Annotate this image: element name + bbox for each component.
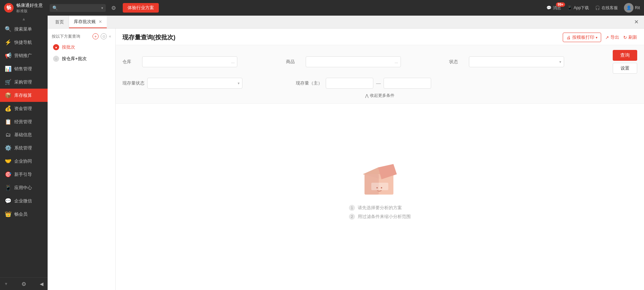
online-service-action[interactable]: 🎧 在线客服 bbox=[595, 5, 618, 11]
sidebar-toggle-icon[interactable]: ◀ bbox=[40, 281, 44, 287]
status-select-wrap: 全部 ▾ bbox=[469, 56, 564, 67]
user-profile[interactable]: 👤 Rit bbox=[624, 3, 640, 13]
sidebar-item-quick-nav[interactable]: ⚡ 快捷导航 bbox=[0, 36, 48, 49]
filter-row-1: 仓库 ... 商品 ... bbox=[122, 50, 637, 74]
header-gear-icon[interactable]: ⚙ bbox=[111, 5, 116, 11]
header-right: 💬 消息 99+ 📱 App下载 🎧 在线客服 👤 Rit bbox=[546, 3, 640, 13]
hint-item: 2 用过滤条件来缩小分析范围 bbox=[349, 214, 411, 220]
add-plan-btn[interactable]: ＋ bbox=[92, 33, 99, 39]
stock-status-filter: 现存量状态 全部 ▾ bbox=[122, 78, 290, 89]
header-left: 畅 畅康通好生意 标准版 🔍 ▾ ⚙ 体验行业方案 bbox=[4, 2, 546, 14]
sidebar-item-marketing[interactable]: 📢 营销推广 bbox=[0, 49, 48, 62]
user-avatar: 👤 bbox=[624, 3, 633, 13]
product-input[interactable] bbox=[306, 56, 401, 67]
panel-close-icon[interactable]: ✕ bbox=[631, 19, 641, 25]
sidebar-settings-icon[interactable]: ⚙ bbox=[21, 281, 26, 287]
sidebar-item-system[interactable]: ⚙️ 系统管理 bbox=[0, 141, 48, 155]
sidebar-label-marketing: 营销推广 bbox=[14, 53, 32, 59]
stock-qty-end-input[interactable] bbox=[384, 78, 431, 89]
refresh-icon: ↻ bbox=[623, 35, 627, 40]
phone-icon: 📱 bbox=[567, 5, 572, 10]
query-settings-btns: 查询 设置 bbox=[613, 50, 637, 74]
main-table-area: 1 请先选择要分析的方案 2 用过滤条件来缩小分析范围 bbox=[116, 104, 644, 290]
sidebar-item-member[interactable]: 👑 畅会员 bbox=[0, 207, 48, 221]
sidebar-icon-inventory: 📦 bbox=[5, 92, 12, 98]
product-label: 商品 bbox=[286, 59, 303, 65]
sidebar-item-finance[interactable]: 💰 资金管理 bbox=[0, 102, 48, 115]
empty-hints: 1 请先选择要分析的方案 2 用过滤条件来缩小分析范围 bbox=[349, 205, 411, 220]
sidebar-item-wechat[interactable]: 💬 企业微信 bbox=[0, 194, 48, 207]
page-title: 现存量查询(按批次) bbox=[122, 33, 175, 41]
collapse-label: 收起更多条件 bbox=[370, 93, 394, 98]
sidebar-item-newbie[interactable]: 🎯 新手引导 bbox=[0, 168, 48, 181]
sidebar-item-enterprise[interactable]: 🤝 企业协同 bbox=[0, 155, 48, 168]
collapse-up-icon: ⋀ bbox=[365, 93, 369, 98]
search-input[interactable] bbox=[59, 5, 100, 10]
sidebar-item-app-center[interactable]: 📱 应用中心 bbox=[0, 181, 48, 194]
sidebar-item-search[interactable]: 🔍 搜索菜单 bbox=[0, 22, 48, 36]
headset-icon: 🎧 bbox=[595, 5, 600, 10]
sidebar-item-operation[interactable]: 📋 经营管理 bbox=[0, 115, 48, 128]
experience-btn[interactable]: 体验行业方案 bbox=[123, 3, 159, 13]
export-btn[interactable]: ↗ 导出 bbox=[605, 34, 619, 40]
search-dropdown-arrow[interactable]: ▾ bbox=[101, 6, 103, 10]
left-panel-collapse-icon[interactable]: « bbox=[109, 34, 111, 39]
stock-status-select[interactable]: 全部 bbox=[147, 78, 242, 89]
status-select[interactable]: 全部 bbox=[469, 56, 564, 67]
refresh-btn[interactable]: ↻ 刷新 bbox=[623, 34, 637, 40]
sidebar-scroll-up[interactable]: ▲ bbox=[0, 16, 48, 22]
sidebar-scroll-down[interactable]: ▼ bbox=[4, 280, 8, 287]
sidebar-item-inventory[interactable]: 📦 库存核算 bbox=[0, 89, 48, 102]
settings-btn[interactable]: 设置 bbox=[613, 63, 637, 74]
warehouse-input[interactable] bbox=[142, 56, 237, 67]
warehouse-filter: 仓库 ... bbox=[122, 56, 281, 67]
sidebar-label-finance: 资金管理 bbox=[14, 106, 32, 112]
hint-text: 请先选择要分析的方案 bbox=[358, 205, 402, 211]
sidebar-item-purchase[interactable]: 🛒 采购管理 bbox=[0, 75, 48, 89]
stock-qty-start-input[interactable] bbox=[326, 78, 373, 89]
print-dropdown-arrow[interactable]: ▾ bbox=[596, 36, 597, 39]
sidebar-icon-purchase: 🛒 bbox=[5, 79, 12, 85]
product-filter: 商品 ... bbox=[286, 56, 444, 67]
tab-label-home: 首页 bbox=[55, 19, 64, 25]
app-download-action[interactable]: 📱 App下载 bbox=[567, 5, 589, 11]
query-btn[interactable]: 查询 bbox=[613, 50, 637, 61]
sidebar-item-basic[interactable]: 🗂 基础信息 bbox=[0, 128, 48, 141]
app-version: 标准版 bbox=[16, 8, 43, 14]
product-dots-icon[interactable]: ... bbox=[395, 59, 398, 64]
app-name: 畅康通好生意 bbox=[16, 2, 43, 8]
sidebar-label-purchase: 采购管理 bbox=[14, 79, 32, 85]
filter-area: 仓库 ... 商品 ... bbox=[116, 45, 644, 104]
warehouse-dots-icon[interactable]: ... bbox=[231, 59, 235, 64]
sidebar-label-member: 畅会员 bbox=[14, 211, 28, 217]
app-logo: 畅 bbox=[4, 3, 14, 13]
print-btn[interactable]: 🖨 按模板打印 ▾ bbox=[563, 33, 601, 42]
message-action[interactable]: 💬 消息 99+ bbox=[546, 5, 561, 11]
stock-qty-label: 现存量（主） bbox=[296, 80, 323, 86]
search-bar[interactable]: 🔍 ▾ bbox=[50, 4, 106, 12]
stock-status-label: 现存量状态 bbox=[122, 80, 145, 86]
hint-number: 1 bbox=[349, 205, 355, 211]
plan-settings-btn[interactable]: ⊙ bbox=[101, 33, 107, 39]
user-icon: 👤 bbox=[626, 5, 631, 10]
page-actions: 🖨 按模板打印 ▾ ↗ 导出 ↻ 刷新 bbox=[563, 33, 637, 42]
sidebar-label-system: 系统管理 bbox=[14, 145, 32, 151]
empty-illustration bbox=[359, 161, 400, 198]
tab-close-inventory-batch[interactable]: ✕ bbox=[99, 19, 102, 24]
tab-home[interactable]: 首页 bbox=[50, 16, 69, 28]
sidebar-item-sales[interactable]: 📊 销售管理 bbox=[0, 62, 48, 75]
sidebar-label-operation: 经营管理 bbox=[14, 119, 32, 125]
plan-item-warehouse-batch[interactable]: ○ 按仓库+批次 bbox=[48, 53, 115, 65]
sidebar: ▲ 🔍 搜索菜单 ⚡ 快捷导航 📢 营销推广 📊 销售管理 🛒 采购管理 📦 库… bbox=[0, 16, 48, 290]
empty-state: 1 请先选择要分析的方案 2 用过滤条件来缩小分析范围 bbox=[349, 161, 411, 220]
tab-inventory-batch[interactable]: 库存批次账✕ bbox=[69, 16, 107, 28]
page-content: 按以下方案查询 ＋ ⊙ « ● 按批次 ○ 按仓库+批次 现存量查询(按批次) bbox=[48, 29, 644, 290]
plan-item-batch[interactable]: ● 按批次 bbox=[48, 41, 115, 53]
collapse-conditions-btn[interactable]: ⋀ 收起更多条件 bbox=[122, 93, 637, 98]
svg-point-5 bbox=[376, 187, 378, 188]
sidebar-icon-quick-nav: ⚡ bbox=[5, 39, 12, 46]
main-layout: ▲ 🔍 搜索菜单 ⚡ 快捷导航 📢 营销推广 📊 销售管理 🛒 采购管理 📦 库… bbox=[0, 16, 644, 290]
tab-bar-right: ✕ bbox=[631, 19, 641, 25]
message-icon: 💬 bbox=[546, 5, 552, 10]
sidebar-icon-app-center: 📱 bbox=[5, 184, 12, 191]
